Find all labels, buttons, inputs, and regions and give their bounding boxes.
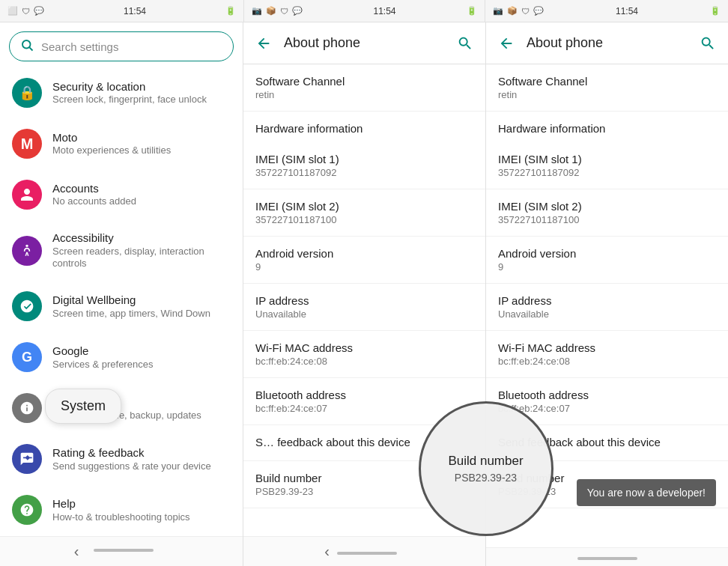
help-subtitle: How-to & troubleshooting topics bbox=[52, 511, 231, 524]
back-button-right[interactable] bbox=[498, 35, 515, 52]
info-software-channel-mid[interactable]: Software Channel retin bbox=[243, 64, 485, 112]
sidebar-item-security[interactable]: 🔒 Security & location Screen lock, finge… bbox=[0, 67, 243, 118]
nav-indicator-mid bbox=[337, 552, 397, 555]
info-android-mid[interactable]: Android version 9 bbox=[243, 237, 485, 284]
panel-header-mid: About phone bbox=[243, 22, 485, 64]
svg-line-1 bbox=[29, 47, 32, 50]
right-icons-right: 🔋 bbox=[710, 6, 721, 16]
search-bar[interactable]: Search settings bbox=[9, 31, 234, 61]
sidebar-item-accounts[interactable]: Accounts No accounts added bbox=[0, 169, 243, 220]
search-button-mid[interactable] bbox=[457, 35, 473, 52]
search-icon bbox=[20, 38, 34, 55]
about-panel-mid: About phone Software Channel retin Hardw… bbox=[243, 22, 486, 566]
sidebar-item-system[interactable]: System Languages, time, backup, updates … bbox=[0, 383, 243, 433]
info-imei1-mid[interactable]: IMEI (SIM slot 1) 357227101187092 bbox=[243, 142, 485, 189]
mid-icons-left: 📷 📦 🛡 💬 bbox=[252, 6, 303, 16]
moto-title: Moto bbox=[52, 130, 231, 145]
sidebar-item-help[interactable]: Help How-to & troubleshooting topics bbox=[0, 484, 243, 535]
imei1-label-right: IMEI (SIM slot 1) bbox=[498, 153, 716, 165]
right-icons-left: 📷 📦 🛡 💬 bbox=[493, 6, 544, 16]
wifi-label-mid: Wi-Fi MAC address bbox=[255, 341, 473, 354]
panel-title-right: About phone bbox=[527, 35, 700, 51]
accessibility-title: Accessibility bbox=[52, 231, 231, 246]
svg-point-0 bbox=[22, 40, 31, 49]
hardware-info-header-right: Hardware information bbox=[486, 112, 728, 142]
mid-icon-1: 📷 bbox=[252, 6, 262, 16]
imei2-label-mid: IMEI (SIM slot 2) bbox=[255, 200, 473, 213]
sidebar-item-google[interactable]: G Google Services & preferences bbox=[0, 332, 243, 383]
nav-indicator-right bbox=[577, 557, 637, 560]
ip-label-mid: IP address bbox=[255, 294, 473, 307]
system-icon bbox=[12, 393, 42, 423]
sidebar-item-digital-wellbeing[interactable]: Digital Wellbeing Screen time, app timer… bbox=[0, 281, 243, 332]
search-button-right[interactable] bbox=[700, 35, 716, 52]
about-panels: About phone Software Channel retin Hardw… bbox=[243, 22, 728, 566]
rating-title: Rating & feedback bbox=[52, 445, 231, 460]
search-input[interactable]: Search settings bbox=[41, 40, 118, 53]
info-imei2-mid[interactable]: IMEI (SIM slot 2) 357227101187100 bbox=[243, 189, 485, 237]
imei1-value-right: 357227101187092 bbox=[498, 167, 716, 178]
build-circle-value: PSB29.39-23 bbox=[455, 472, 486, 484]
accounts-text: Accounts No accounts added bbox=[52, 181, 231, 208]
nav-back-mid[interactable]: ‹ bbox=[324, 543, 330, 560]
build-circle-label: Build number bbox=[448, 454, 486, 469]
right-icon-4: 💬 bbox=[533, 6, 544, 16]
google-text: Google Services & preferences bbox=[52, 344, 231, 371]
moto-subtitle: Moto experiences & utilities bbox=[52, 144, 231, 157]
info-android-right[interactable]: Android version 9 bbox=[486, 237, 728, 284]
software-channel-value-mid: retin bbox=[255, 89, 473, 100]
bluetooth-value-right: bc:ff:eb:24:ce:07 bbox=[498, 403, 716, 414]
info-ip-right[interactable]: IP address Unavailable bbox=[486, 284, 728, 331]
accounts-title: Accounts bbox=[52, 181, 231, 196]
security-icon: 🔒 bbox=[12, 78, 42, 108]
status-right: 📷 📦 🛡 💬 11:54 🔋 bbox=[485, 0, 728, 22]
android-value-mid: 9 bbox=[255, 261, 473, 273]
software-channel-label-right: Software Channel bbox=[498, 75, 716, 88]
android-label-right: Android version bbox=[498, 247, 716, 260]
help-text: Help How-to & troubleshooting topics bbox=[52, 496, 231, 523]
settings-panel: Search settings 🔒 Security & location Sc… bbox=[0, 22, 243, 566]
moto-text: Moto Moto experiences & utilities bbox=[52, 130, 231, 157]
info-imei2-right[interactable]: IMEI (SIM slot 2) 357227101187100 bbox=[486, 189, 728, 237]
wifi-label-right: Wi-Fi MAC address bbox=[498, 341, 716, 354]
imei2-label-right: IMEI (SIM slot 2) bbox=[498, 200, 716, 213]
left-icon-3: 💬 bbox=[34, 6, 44, 16]
panel-title-mid: About phone bbox=[284, 35, 457, 51]
accounts-icon bbox=[12, 180, 42, 210]
google-icon: G bbox=[12, 342, 42, 372]
right-icon-2: 📦 bbox=[507, 6, 518, 16]
info-imei1-right[interactable]: IMEI (SIM slot 1) 357227101187092 bbox=[486, 142, 728, 189]
sidebar-item-accessibility[interactable]: Accessibility Screen readers, display, i… bbox=[0, 220, 243, 281]
right-time: 11:54 bbox=[616, 6, 638, 16]
sidebar-item-moto[interactable]: M Moto Moto experiences & utilities bbox=[0, 118, 243, 169]
main-content: Search settings 🔒 Security & location Sc… bbox=[0, 22, 728, 566]
nav-back-left[interactable]: ‹ bbox=[74, 543, 79, 560]
imei1-value-mid: 357227101187092 bbox=[255, 167, 473, 178]
back-button-mid[interactable] bbox=[255, 35, 272, 52]
mid-icon-4: 💬 bbox=[292, 6, 303, 16]
digital-wellbeing-text: Digital Wellbeing Screen time, app timer… bbox=[52, 293, 231, 320]
info-software-channel-right[interactable]: Software Channel retin bbox=[486, 64, 728, 112]
accessibility-text: Accessibility Screen readers, display, i… bbox=[52, 231, 231, 270]
digital-wellbeing-subtitle: Screen time, app timers, Wind Down bbox=[52, 308, 231, 320]
info-ip-mid[interactable]: IP address Unavailable bbox=[243, 284, 485, 331]
system-tooltip: System bbox=[45, 389, 121, 424]
android-value-right: 9 bbox=[498, 261, 716, 273]
hardware-info-header-mid: Hardware information bbox=[243, 112, 485, 142]
bluetooth-value-mid: bc:ff:eb:24:ce:07 bbox=[255, 403, 473, 414]
wifi-value-mid: bc:ff:eb:24:ce:08 bbox=[255, 356, 473, 367]
sidebar-item-rating[interactable]: Rating & feedback Send suggestions & rat… bbox=[0, 433, 243, 484]
accounts-subtitle: No accounts added bbox=[52, 195, 231, 208]
panel-header-right: About phone bbox=[486, 22, 728, 64]
info-wifi-right[interactable]: Wi-Fi MAC address bc:ff:eb:24:ce:08 bbox=[486, 331, 728, 378]
security-text: Security & location Screen lock, fingerp… bbox=[52, 79, 231, 106]
security-subtitle: Screen lock, fingerprint, face unlock bbox=[52, 94, 231, 106]
moto-icon: M bbox=[12, 129, 42, 159]
info-wifi-mid[interactable]: Wi-Fi MAC address bc:ff:eb:24:ce:08 bbox=[243, 331, 485, 378]
left-icon-2: 🛡 bbox=[22, 7, 30, 16]
developer-toast: You are now a developer! bbox=[577, 479, 716, 506]
software-channel-label-mid: Software Channel bbox=[255, 75, 473, 88]
right-icon-1: 📷 bbox=[493, 6, 503, 16]
mid-icon-2: 📦 bbox=[266, 6, 276, 16]
mid-icon-3: 🛡 bbox=[280, 7, 288, 16]
